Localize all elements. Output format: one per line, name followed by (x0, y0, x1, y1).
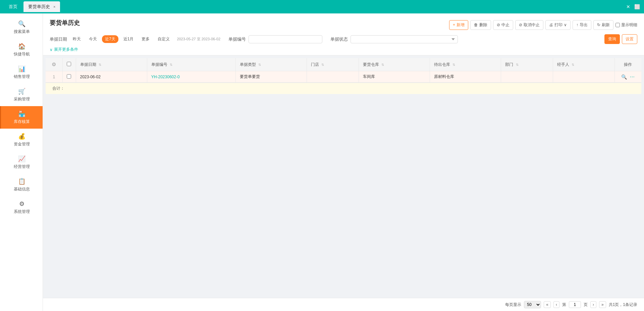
window-close-icon[interactable]: ✕ (626, 4, 630, 9)
sidebar-item-label: 采购管理 (14, 96, 30, 102)
sidebar-item-basics[interactable]: 📋 基础信息 (0, 174, 43, 196)
sidebar-item-quick-nav[interactable]: 🏠 快捷导航 (0, 39, 43, 61)
sort-date-icon[interactable]: ⇅ (99, 63, 101, 66)
sidebar-item-purchase[interactable]: 🛒 采购管理 (0, 84, 43, 106)
sort-doc-number-icon[interactable]: ⇅ (170, 63, 172, 66)
sort-pending-warehouse-icon[interactable]: ⇅ (452, 63, 455, 66)
refresh-icon: ↻ (597, 23, 600, 27)
date-btn-last1month[interactable]: 近1月 (120, 35, 137, 43)
cancel-stop-button[interactable]: ⊘ 取消中止 (515, 20, 543, 30)
last-page-button[interactable]: » (599, 301, 606, 308)
search-menu-icon: 🔍 (18, 20, 25, 28)
sidebar-item-sales[interactable]: 📊 销售管理 (0, 61, 43, 84)
display-detail-toggle[interactable]: 显示明细 (615, 22, 637, 28)
cell-department (501, 71, 553, 83)
tab-home[interactable]: 首页 (4, 1, 22, 12)
first-page-button[interactable]: « (544, 301, 551, 308)
stop-button[interactable]: ⊘ 中止 (493, 20, 513, 30)
sidebar-item-label: 经营管理 (14, 164, 30, 170)
row-more-icon[interactable]: ⋯ (630, 74, 635, 80)
operations-icon: 📈 (18, 155, 25, 163)
row-view-icon[interactable]: 🔍 (621, 74, 627, 80)
sidebar-item-label: 搜索菜单 (14, 29, 30, 35)
filter-row: 单据日期 昨天 今天 近7天 近1月 更多 自定义 2023-05-27 至 2… (50, 34, 637, 44)
top-bar-actions: ✕ ⬜ (626, 4, 640, 9)
export-button[interactable]: ↑ 导出 (573, 20, 591, 30)
summary-bar: 合计： (46, 83, 641, 94)
select-all-checkbox[interactable] (67, 62, 71, 66)
sort-handler-icon[interactable]: ⇅ (572, 63, 574, 66)
date-label: 单据日期 (50, 36, 67, 42)
date-btn-last7days[interactable]: 近7天 (102, 35, 118, 43)
basics-icon: 📋 (18, 178, 25, 185)
date-btn-today[interactable]: 今天 (86, 35, 100, 43)
new-button[interactable]: + 新增 (449, 20, 468, 30)
sidebar-item-label: 系统管理 (14, 209, 30, 215)
doc-number-link[interactable]: YH-20230602-0 (151, 75, 180, 79)
sort-req-warehouse-icon[interactable]: ⇅ (381, 63, 384, 66)
doc-number-input[interactable] (249, 35, 322, 43)
main-content: 要货单历史 + 新增 🗑 删除 ⊘ 中止 (43, 13, 644, 311)
page-number-input[interactable] (569, 301, 581, 308)
date-range-display: 2023-05-27 至 2023-06-02 (177, 37, 220, 42)
sidebar-item-system[interactable]: ⚙ 系统管理 (0, 196, 43, 219)
col-doc-number: 单据编号 ⇅ (147, 58, 235, 71)
content-panel: ⚙ 单据日期 ⇅ (46, 58, 641, 94)
date-btn-more[interactable]: 更多 (139, 35, 153, 43)
doc-status-select[interactable] (351, 35, 458, 43)
page-suffix: 页 (584, 302, 588, 308)
query-actions: 查询 设置 (604, 34, 637, 44)
summary-label: 合计： (52, 86, 64, 91)
delete-button[interactable]: 🗑 删除 (470, 20, 491, 30)
prev-page-button[interactable]: ‹ (553, 301, 559, 308)
table-wrapper: ⚙ 单据日期 ⇅ (43, 55, 644, 298)
print-button[interactable]: 🖨 打印 ∨ (545, 20, 571, 30)
sidebar: 🔍 搜索菜单 🏠 快捷导航 📊 销售管理 🛒 采购管理 🏪 库存核算 💰 (0, 13, 43, 311)
cancel-stop-icon: ⊘ (519, 23, 522, 27)
sidebar-item-operations[interactable]: 📈 经营管理 (0, 151, 43, 174)
doc-status-label: 单据状态 (330, 36, 348, 42)
page-label: 第 (562, 302, 566, 308)
toolbar: + 新增 🗑 删除 ⊘ 中止 ⊘ 取消中止 (449, 20, 637, 30)
refresh-button[interactable]: ↻ 刷新 (593, 20, 613, 30)
next-page-button[interactable]: › (590, 301, 596, 308)
page-size-select[interactable]: 50 20 100 (524, 301, 541, 308)
home-icon: 🏠 (18, 43, 25, 50)
sidebar-item-label: 销售管理 (14, 74, 30, 80)
sidebar-item-finance[interactable]: 💰 资金管理 (0, 129, 43, 151)
main-area: 🔍 搜索菜单 🏠 快捷导航 📊 销售管理 🛒 采购管理 🏪 库存核算 💰 (0, 13, 644, 311)
data-table: ⚙ 单据日期 ⇅ (46, 58, 641, 83)
sort-department-icon[interactable]: ⇅ (516, 63, 519, 66)
expand-more-label: 展开更多条件 (54, 47, 78, 52)
delete-icon: 🗑 (474, 23, 478, 27)
sales-icon: 📊 (18, 65, 25, 73)
cell-checkbox (62, 71, 76, 83)
column-settings-icon[interactable]: ⚙ (52, 61, 56, 67)
page-header: 要货单历史 + 新增 🗑 删除 ⊘ 中止 (43, 13, 644, 55)
col-pending-warehouse: 待出仓库 ⇅ (430, 58, 501, 71)
sidebar-item-inventory[interactable]: 🏪 库存核算 (0, 106, 43, 129)
display-detail-checkbox[interactable] (615, 23, 620, 27)
col-doc-type: 单据类型 ⇅ (235, 58, 307, 71)
query-button[interactable]: 查询 (604, 34, 620, 44)
date-btn-yesterday[interactable]: 昨天 (70, 35, 84, 43)
tab-label: 要货单历史 (28, 4, 50, 10)
cell-doc-type: 要货单要货 (235, 71, 307, 83)
table-header-row: ⚙ 单据日期 ⇅ (46, 58, 641, 71)
sort-store-icon[interactable]: ⇅ (321, 63, 324, 66)
col-req-warehouse: 要货仓库 ⇅ (359, 58, 430, 71)
window-maximize-icon[interactable]: ⬜ (634, 4, 640, 9)
settings-button[interactable]: 设置 (622, 34, 637, 44)
system-icon: ⚙ (19, 200, 24, 208)
sidebar-item-label: 库存核算 (14, 119, 30, 125)
date-btn-custom[interactable]: 自定义 (155, 35, 173, 43)
print-dropdown-icon: ∨ (564, 23, 567, 27)
sort-doc-type-icon[interactable]: ⇅ (258, 63, 261, 66)
table-row: 1 2023-06-02 YH-20230602-0 要 (46, 71, 641, 83)
tab-close-icon[interactable]: × (53, 5, 55, 9)
tab-requisition-history[interactable]: 要货单历史 × (23, 1, 60, 12)
page-size-label: 每页显示 (505, 302, 521, 308)
row-checkbox[interactable] (67, 74, 71, 79)
expand-more[interactable]: ∨ 展开更多条件 (50, 47, 637, 52)
sidebar-item-search-menu[interactable]: 🔍 搜索菜单 (0, 16, 43, 39)
